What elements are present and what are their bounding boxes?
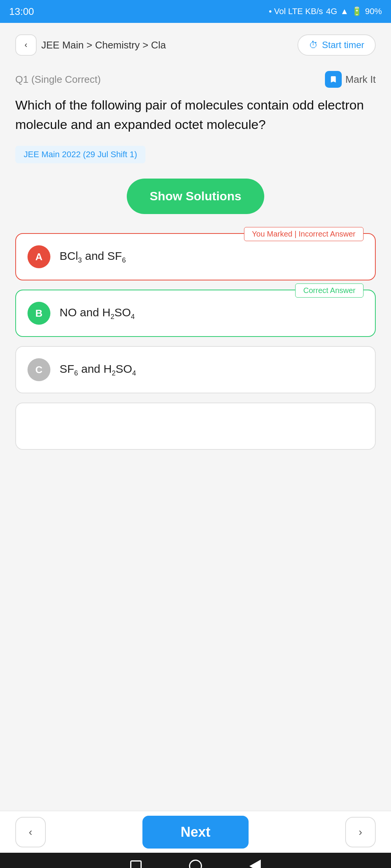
next-arrow-icon: › (359, 826, 362, 838)
signal-indicator: • Vol LTE KB/s (269, 6, 323, 16)
circle-icon (189, 860, 202, 868)
option-a-text: BCl3 and SF6 (60, 250, 126, 264)
back-button[interactable]: ‹ (15, 34, 37, 56)
option-b-card[interactable]: Correct Answer B NO and H2SO4 (15, 290, 376, 337)
system-nav (0, 853, 391, 868)
next-button[interactable]: Next (142, 816, 249, 849)
bookmark-icon (325, 71, 342, 88)
options-container: You Marked | Incorrect Answer A BCl3 and… (15, 233, 376, 450)
back-icon: ‹ (24, 40, 27, 50)
next-label: Next (181, 824, 210, 840)
system-back-button[interactable] (248, 859, 262, 868)
prev-icon: ‹ (29, 826, 32, 838)
show-solutions-button[interactable]: Show Solutions (127, 179, 264, 214)
timer-label: Start timer (322, 40, 364, 50)
next-arrow-button[interactable]: › (345, 817, 376, 847)
system-square-button[interactable] (129, 859, 143, 868)
start-timer-button[interactable]: ⏱ Start timer (297, 34, 376, 56)
option-d-card[interactable]: D (15, 403, 376, 450)
battery-level: 90% (365, 6, 382, 16)
network-type: 4G (326, 6, 337, 16)
nav-left: ‹ JEE Main > Chemistry > Cla (15, 34, 166, 56)
option-b-text: NO and H2SO4 (60, 306, 135, 321)
status-right: • Vol LTE KB/s 4G ▲ 🔋 90% (269, 6, 382, 16)
triangle-icon (249, 860, 261, 868)
question-text: Which of the following pair of molecules… (15, 95, 376, 134)
nav-bar: ‹ JEE Main > Chemistry > Cla ⏱ Start tim… (15, 34, 376, 56)
main-content: ‹ JEE Main > Chemistry > Cla ⏱ Start tim… (0, 23, 391, 811)
mark-it-button[interactable]: Mark It (325, 71, 376, 88)
signal-bars-icon: ▲ (340, 6, 349, 16)
battery-icon: 🔋 (352, 6, 362, 16)
show-solutions-label: Show Solutions (150, 189, 241, 203)
option-c-letter: C (27, 358, 50, 381)
option-a-letter: A (27, 245, 50, 268)
option-b-letter: B (27, 302, 50, 325)
mark-it-label: Mark It (346, 74, 376, 85)
question-tag: JEE Main 2022 (29 Jul Shift 1) (15, 146, 145, 163)
correct-badge: Correct Answer (295, 283, 364, 298)
square-icon (130, 860, 142, 868)
incorrect-badge: You Marked | Incorrect Answer (244, 227, 364, 241)
option-a-card[interactable]: You Marked | Incorrect Answer A BCl3 and… (15, 233, 376, 280)
system-home-button[interactable] (189, 859, 202, 868)
question-header: Q1 (Single Correct) Mark It (15, 71, 376, 88)
status-bar: 13:00 • Vol LTE KB/s 4G ▲ 🔋 90% (0, 0, 391, 23)
option-c-text: SF6 and H2SO4 (60, 362, 136, 377)
bottom-nav: ‹ Next › (0, 811, 391, 853)
option-c-card[interactable]: C SF6 and H2SO4 (15, 346, 376, 393)
breadcrumb: JEE Main > Chemistry > Cla (41, 39, 166, 51)
prev-button[interactable]: ‹ (15, 817, 46, 847)
timer-icon: ⏱ (309, 40, 318, 50)
question-label: Q1 (Single Correct) (15, 74, 101, 85)
status-time: 13:00 (9, 6, 34, 18)
